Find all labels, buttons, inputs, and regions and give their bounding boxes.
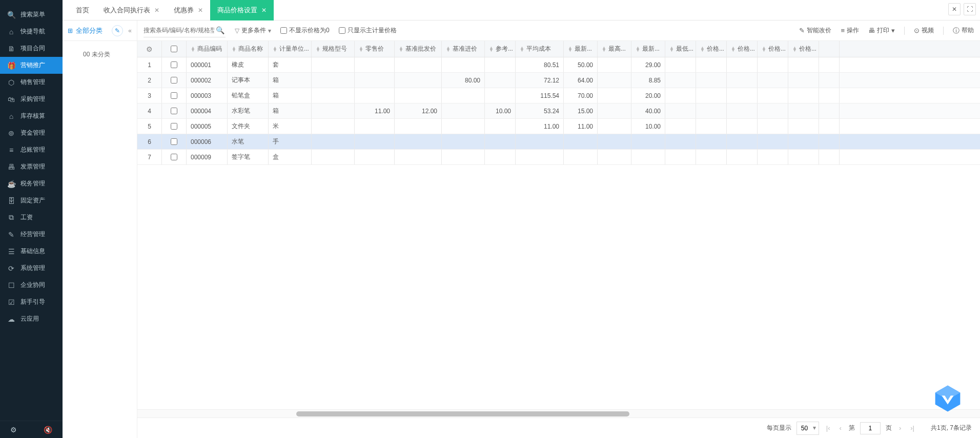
- sort-icon[interactable]: ▲▼: [191, 47, 195, 52]
- tab-0[interactable]: 首页: [69, 0, 96, 20]
- table-row[interactable]: 2000002记事本箱80.0072.1264.008.85: [137, 73, 980, 88]
- sort-icon[interactable]: ▲▼: [700, 47, 705, 52]
- column-header-4[interactable]: ▲▼计量单位...: [269, 41, 312, 57]
- table-row[interactable]: 6000006水笔手: [137, 134, 980, 150]
- help-button[interactable]: ⓘ 帮助: [953, 26, 974, 35]
- column-header-13[interactable]: ▲▼最新...: [631, 41, 665, 57]
- per-page-select[interactable]: 50: [797, 422, 819, 435]
- gear-icon[interactable]: ⚙: [146, 45, 153, 53]
- table-row[interactable]: 1000001橡皮套80.5150.0029.00: [137, 57, 980, 73]
- column-header-2[interactable]: ▲▼商品编码: [187, 41, 228, 57]
- column-header-0[interactable]: ⚙: [137, 41, 162, 57]
- close-icon[interactable]: ✕: [154, 7, 159, 14]
- table-row[interactable]: 3000003铅笔盒箱115.5470.0020.00: [137, 88, 980, 103]
- sort-icon[interactable]: ▲▼: [359, 47, 363, 52]
- sort-icon[interactable]: ▲▼: [489, 47, 494, 52]
- sidebar-item-13[interactable]: ✎经营管理: [0, 226, 63, 243]
- last-page-button[interactable]: ›|: [908, 424, 916, 432]
- tab-2[interactable]: 优惠券✕: [167, 0, 210, 20]
- prev-page-button[interactable]: ‹: [838, 424, 844, 432]
- category-node-uncategorized[interactable]: 00 未分类: [63, 47, 137, 62]
- row-checkbox[interactable]: [171, 138, 177, 145]
- sidebar-item-16[interactable]: ☐企业协同: [0, 277, 63, 294]
- sidebar-item-9[interactable]: 🖷发票管理: [0, 158, 63, 175]
- column-header-12[interactable]: ▲▼最高...: [598, 41, 631, 57]
- column-header-7[interactable]: ▲▼基准批发价: [395, 41, 442, 57]
- sort-icon[interactable]: ▲▼: [762, 47, 766, 52]
- print-button[interactable]: 🖶 打印 ▾: [868, 26, 895, 35]
- column-header-8[interactable]: ▲▼基准进价: [442, 41, 485, 57]
- fullscreen-button[interactable]: ⛶: [964, 3, 976, 15]
- assistant-badge[interactable]: [933, 384, 963, 413]
- column-header-10[interactable]: ▲▼平均成本: [516, 41, 564, 57]
- main-unit-only-input[interactable]: [339, 27, 345, 34]
- table-row[interactable]: 4000004水彩笔箱11.0012.0010.0053.2415.0040.0…: [137, 103, 980, 119]
- sort-icon[interactable]: ▲▼: [602, 47, 606, 52]
- sidebar-item-15[interactable]: ⟳系统管理: [0, 260, 63, 277]
- sidebar-item-5[interactable]: 🛍采购管理: [0, 91, 63, 108]
- sort-icon[interactable]: ▲▼: [792, 47, 797, 52]
- sidebar-item-14[interactable]: ☰基础信息: [0, 243, 63, 260]
- sidebar-item-10[interactable]: ☕税务管理: [0, 175, 63, 192]
- next-page-button[interactable]: ›: [897, 424, 903, 432]
- sort-icon[interactable]: ▲▼: [273, 47, 277, 52]
- column-header-5[interactable]: ▲▼规格型号: [312, 41, 355, 57]
- main-unit-only-checkbox[interactable]: 只显示主计量价格: [339, 26, 397, 35]
- sort-icon[interactable]: ▲▼: [316, 47, 320, 52]
- sidebar-item-1[interactable]: ⌂快捷导航: [0, 23, 63, 40]
- operate-button[interactable]: ≡ 操作: [841, 26, 859, 35]
- column-header-19[interactable]: [819, 41, 840, 57]
- row-checkbox[interactable]: [171, 154, 177, 160]
- row-checkbox[interactable]: [171, 92, 177, 99]
- page-input[interactable]: [860, 422, 881, 434]
- close-panel-button[interactable]: ✕: [948, 3, 961, 15]
- sidebar-item-7[interactable]: ⊚资金管理: [0, 124, 63, 141]
- edit-category-button[interactable]: ✎: [112, 25, 123, 36]
- column-header-18[interactable]: ▲▼价格...: [788, 41, 819, 57]
- row-checkbox[interactable]: [171, 108, 177, 114]
- row-checkbox[interactable]: [171, 123, 177, 130]
- horizontal-scrollbar[interactable]: [137, 409, 980, 418]
- tab-3[interactable]: 商品价格设置✕: [210, 0, 274, 20]
- select-all-checkbox[interactable]: [171, 46, 177, 52]
- column-header-15[interactable]: ▲▼价格...: [696, 41, 727, 57]
- sidebar-item-3[interactable]: 🎁营销推广: [0, 57, 63, 74]
- table-row[interactable]: 5000005文件夹米11.0011.0010.00: [137, 119, 980, 134]
- video-button[interactable]: ⊙ 视频: [914, 26, 934, 35]
- column-header-3[interactable]: ▲▼商品名称: [228, 41, 269, 57]
- column-header-16[interactable]: ▲▼价格...: [727, 41, 758, 57]
- sidebar-item-0[interactable]: 🔍搜索菜单: [0, 6, 63, 23]
- sidebar-item-6[interactable]: ⌂库存核算: [0, 108, 63, 124]
- sidebar-item-8[interactable]: ≡总账管理: [0, 141, 63, 158]
- settings-icon[interactable]: ⚙: [10, 426, 17, 434]
- hide-zero-price-checkbox[interactable]: 不显示价格为0: [280, 26, 330, 35]
- sort-icon[interactable]: ▲▼: [232, 47, 236, 52]
- column-header-1[interactable]: [162, 41, 187, 57]
- search-input[interactable]: [144, 24, 226, 37]
- tab-1[interactable]: 收入合同执行表✕: [96, 0, 167, 20]
- sidebar-item-12[interactable]: ⧉工资: [0, 209, 63, 226]
- category-title[interactable]: 全部分类: [76, 26, 109, 35]
- row-checkbox[interactable]: [171, 61, 177, 68]
- close-icon[interactable]: ✕: [198, 7, 203, 14]
- more-conditions-button[interactable]: ▽ 更多条件 ▾: [235, 26, 271, 35]
- column-header-6[interactable]: ▲▼零售价: [355, 41, 395, 57]
- sort-icon[interactable]: ▲▼: [731, 47, 736, 52]
- sidebar-item-17[interactable]: ☑新手引导: [0, 294, 63, 310]
- hide-zero-price-input[interactable]: [280, 27, 287, 34]
- sort-icon[interactable]: ▲▼: [669, 47, 674, 52]
- sidebar-item-11[interactable]: 🗄固定资产: [0, 192, 63, 209]
- sort-icon[interactable]: ▲▼: [399, 47, 403, 52]
- row-checkbox[interactable]: [171, 77, 177, 84]
- collapse-category-button[interactable]: «: [128, 27, 132, 34]
- sort-icon[interactable]: ▲▼: [568, 47, 573, 52]
- mute-icon[interactable]: 🔇: [44, 426, 52, 434]
- column-header-14[interactable]: ▲▼最低...: [665, 41, 696, 57]
- scrollbar-thumb[interactable]: [296, 411, 629, 416]
- search-icon[interactable]: 🔍: [216, 26, 224, 34]
- first-page-button[interactable]: |‹: [824, 424, 832, 432]
- table-row[interactable]: 7000009签字笔盒: [137, 150, 980, 165]
- sort-icon[interactable]: ▲▼: [636, 47, 640, 52]
- sort-icon[interactable]: ▲▼: [520, 47, 524, 52]
- column-header-9[interactable]: ▲▼参考...: [485, 41, 516, 57]
